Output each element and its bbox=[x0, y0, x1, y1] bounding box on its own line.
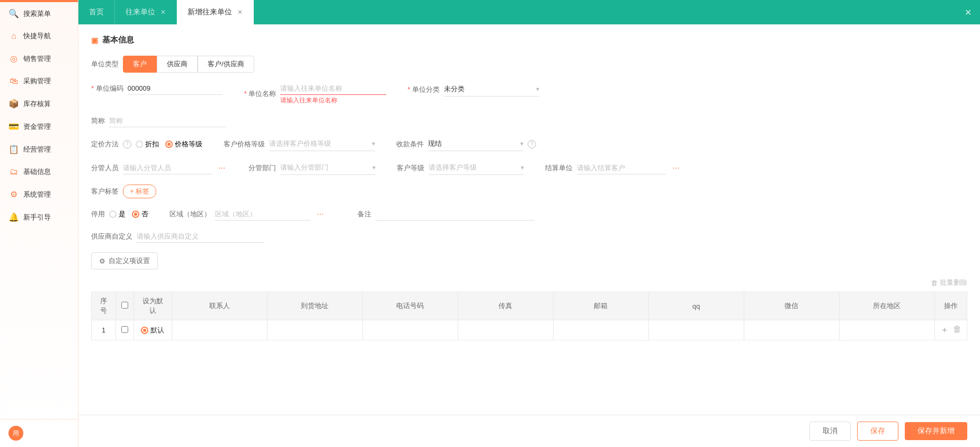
unit-name-error: 请输入往来单位名称 bbox=[280, 96, 386, 105]
cell-qq[interactable] bbox=[648, 320, 744, 340]
default-radio[interactable] bbox=[141, 327, 148, 334]
col-seq: 序号 bbox=[92, 292, 116, 320]
cell-wechat[interactable] bbox=[744, 320, 839, 340]
pricing-discount-option[interactable]: 折扣 bbox=[136, 139, 159, 149]
unit-name-wrap: 请输入往来单位名称 bbox=[280, 82, 386, 105]
customer-level-placeholder: 请选择客户等级 bbox=[429, 163, 477, 172]
cell-email[interactable] bbox=[553, 320, 648, 340]
tab-partner[interactable]: 往来单位 ✕ bbox=[115, 0, 177, 24]
disabled-yes-radio[interactable] bbox=[109, 211, 117, 218]
payment-terms-field: 收款条件 现结 ▾ ? bbox=[396, 137, 536, 151]
disabled-radio-group: 是 否 bbox=[109, 209, 148, 219]
tab-home[interactable]: 首页 bbox=[78, 0, 115, 24]
cell-contact[interactable] bbox=[172, 320, 267, 340]
select-all-checkbox[interactable] bbox=[121, 302, 128, 309]
pricing-method-label: 定价方法 bbox=[91, 139, 119, 149]
col-action: 操作 bbox=[934, 292, 967, 320]
sidebar-item-operations[interactable]: 📋 经营管理 bbox=[0, 138, 78, 161]
tab-partner-close-icon[interactable]: ✕ bbox=[161, 8, 166, 16]
cancel-button[interactable]: 取消 bbox=[809, 422, 851, 441]
fax-input[interactable] bbox=[464, 326, 548, 334]
region-field: 区域（地区） ··· bbox=[170, 208, 326, 221]
phone-input[interactable] bbox=[368, 326, 452, 334]
supplier-custom-label: 供应商自定义 bbox=[91, 232, 132, 241]
code-name-category-row: 单位编码 单位名称 请输入往来单位名称 单位分类 未分类 ▾ bbox=[91, 82, 967, 105]
unit-code-input[interactable] bbox=[128, 82, 223, 95]
col-default bbox=[116, 292, 134, 320]
gear-icon: ⚙ bbox=[99, 257, 105, 265]
sidebar-item-search[interactable]: 🔍 搜索菜单 bbox=[0, 2, 78, 25]
batch-delete-button[interactable]: 🗑 批量删除 bbox=[931, 278, 967, 287]
unit-type-both-button[interactable]: 客户/供应商 bbox=[198, 56, 254, 73]
default-radio-item[interactable]: 默认 bbox=[139, 326, 166, 335]
department-field: 分管部门 请输入分管部门 ▾ bbox=[248, 161, 376, 175]
unit-type-customer-button[interactable]: 客户 bbox=[123, 56, 157, 73]
delete-row-button[interactable]: 🗑 bbox=[953, 325, 961, 336]
search-icon: 🔍 bbox=[8, 8, 19, 19]
close-all-tabs-button[interactable]: ✕ bbox=[956, 7, 980, 17]
disabled-no-radio[interactable] bbox=[132, 211, 139, 218]
row-checkbox[interactable] bbox=[121, 326, 128, 333]
manager-dots-button[interactable]: ··· bbox=[216, 163, 227, 173]
sidebar-item-label: 销售管理 bbox=[23, 54, 51, 64]
cell-region[interactable] bbox=[839, 320, 934, 340]
sidebar-item-quicknav[interactable]: ⌂ 快捷导航 bbox=[0, 25, 78, 47]
sidebar-item-finance[interactable]: 💳 资金管理 bbox=[0, 115, 78, 138]
payment-terms-arrow-icon: ▾ bbox=[520, 140, 523, 147]
add-tag-button[interactable]: + 标签 bbox=[123, 185, 156, 198]
region-input-cell[interactable] bbox=[845, 326, 929, 334]
tab-new-partner[interactable]: 新增往来单位 ✕ bbox=[177, 0, 254, 24]
sidebar-item-label: 快捷导航 bbox=[23, 31, 51, 41]
payment-terms-select[interactable]: 现结 ▾ bbox=[428, 137, 523, 151]
custom-settings-button[interactable]: ⚙ 自定义项设置 bbox=[91, 252, 158, 269]
settlement-unit-dots-button[interactable]: ··· bbox=[670, 163, 681, 173]
save-new-button[interactable]: 保存并新增 bbox=[905, 422, 967, 440]
disabled-yes-option[interactable]: 是 bbox=[109, 209, 126, 219]
pricing-discount-radio[interactable] bbox=[136, 141, 143, 148]
sidebar-item-purchase[interactable]: 🛍 采购管理 bbox=[0, 70, 78, 92]
sidebar-item-inventory[interactable]: 📦 库存核算 bbox=[0, 92, 78, 115]
system-icon: ⚙ bbox=[8, 189, 19, 199]
unit-name-input[interactable] bbox=[280, 82, 386, 95]
manager-input[interactable] bbox=[123, 162, 212, 174]
cell-address[interactable] bbox=[267, 320, 362, 340]
department-select[interactable]: 请输入分管部门 ▾ bbox=[280, 161, 376, 175]
address-input[interactable] bbox=[273, 326, 357, 334]
pricing-level-radio[interactable] bbox=[165, 141, 173, 148]
batch-delete-label: 批量删除 bbox=[940, 278, 967, 287]
tab-new-partner-close-icon[interactable]: ✕ bbox=[237, 8, 243, 16]
unit-category-select[interactable]: 未分类 ▾ bbox=[444, 82, 539, 97]
sidebar-item-sales[interactable]: ◎ 销售管理 bbox=[0, 47, 78, 70]
pricing-help-icon[interactable]: ? bbox=[123, 140, 131, 148]
payment-terms-help-icon[interactable]: ? bbox=[528, 140, 536, 148]
customer-level-select[interactable]: 请选择客户等级 ▾ bbox=[429, 161, 524, 175]
contact-input[interactable] bbox=[177, 326, 262, 334]
save-button[interactable]: 保存 bbox=[857, 422, 898, 441]
col-address: 到货地址 bbox=[267, 292, 362, 320]
add-row-button[interactable]: ＋ bbox=[940, 325, 949, 336]
note-input[interactable] bbox=[376, 208, 534, 221]
batch-delete-icon: 🗑 bbox=[931, 279, 938, 287]
wechat-input[interactable] bbox=[750, 326, 834, 334]
cell-fax[interactable] bbox=[458, 320, 553, 340]
section-title-icon: ▣ bbox=[91, 36, 98, 45]
home-icon: ⌂ bbox=[8, 31, 19, 41]
unit-type-supplier-button[interactable]: 供应商 bbox=[157, 56, 198, 73]
region-dots-button[interactable]: ··· bbox=[315, 209, 326, 219]
email-input[interactable] bbox=[559, 326, 643, 334]
settlement-unit-input[interactable] bbox=[577, 162, 666, 174]
cell-checkbox bbox=[116, 320, 134, 340]
supplier-custom-input[interactable] bbox=[137, 230, 264, 243]
region-input[interactable] bbox=[215, 208, 310, 221]
disabled-no-option[interactable]: 否 bbox=[132, 209, 148, 219]
cell-seq: 1 bbox=[92, 320, 116, 340]
sidebar-item-basic[interactable]: 🗂 基础信息 bbox=[0, 161, 78, 183]
customer-price-level-select[interactable]: 请选择客户价格等级 ▾ bbox=[269, 137, 375, 151]
sidebar-item-guide[interactable]: 🔔 新手引导 bbox=[0, 206, 78, 229]
qq-input[interactable] bbox=[654, 326, 738, 334]
sidebar-item-system[interactable]: ⚙ 系统管理 bbox=[0, 183, 78, 206]
short-name-input[interactable] bbox=[109, 115, 226, 127]
pricing-level-option[interactable]: 价格等级 bbox=[165, 139, 202, 149]
cell-phone[interactable] bbox=[362, 320, 458, 340]
table-row: 1 默认 bbox=[92, 320, 967, 340]
